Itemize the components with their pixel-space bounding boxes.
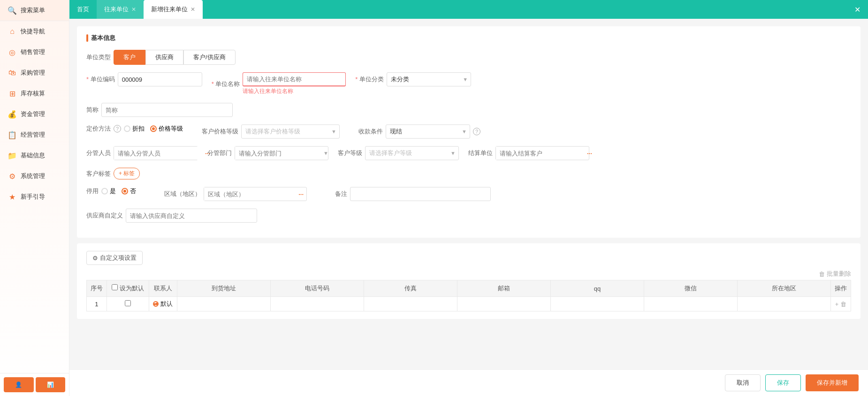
sales-icon: ◎ <box>8 47 17 57</box>
unit-name-input[interactable] <box>243 72 346 86</box>
payment-help-icon[interactable]: ? <box>473 128 480 135</box>
sidebar-item-finance[interactable]: 💰 资金管理 <box>0 104 69 124</box>
cell-input-0-3[interactable] <box>184 301 263 308</box>
sidebar-item-sales[interactable]: ◎ 销售管理 <box>0 42 69 62</box>
settlement-dots-btn[interactable]: ··· <box>584 150 595 157</box>
cancel-button[interactable]: 取消 <box>725 374 761 391</box>
cell-input-0-6[interactable] <box>464 301 543 308</box>
disable-radio-yes[interactable]: 是 <box>101 187 116 195</box>
disable-radio-no[interactable]: 否 <box>122 187 136 195</box>
discount-radio-circle <box>124 125 130 132</box>
tab-counterparty[interactable]: 往来单位✕ <box>97 0 144 19</box>
dept-input[interactable] <box>235 147 321 160</box>
short-name-input[interactable] <box>101 103 233 117</box>
pricing-method-field: 定价方法 ? 折扣 价格等级 <box>86 124 183 133</box>
pricing-help-icon[interactable]: ? <box>114 125 121 132</box>
purchase-icon: 🛍 <box>8 68 17 78</box>
sidebar-item-inventory[interactable]: ⊞ 库存核算 <box>0 83 69 104</box>
supplier-custom-row: 供应商自定义 <box>86 209 851 223</box>
gear-icon: ⚙ <box>92 255 98 262</box>
sidebar-label-operations: 经营管理 <box>21 131 45 139</box>
sidebar-label-purchase: 采购管理 <box>21 69 45 77</box>
close-all-button[interactable]: ✕ <box>847 5 868 14</box>
sidebar-item-system[interactable]: ⚙ 系统管理 <box>0 166 69 186</box>
unit-code-input[interactable] <box>118 72 202 86</box>
unit-category-select[interactable]: 未分类 ▼ <box>387 72 471 86</box>
sidebar-bottom: 👤 📊 <box>0 373 69 396</box>
dept-chevron: ▼ <box>323 150 331 156</box>
sidebar-search-item[interactable]: 🔍 搜索菜单 <box>0 0 69 21</box>
manager-input[interactable] <box>114 147 200 160</box>
sidebar-item-operations[interactable]: 📋 经营管理 <box>0 124 69 145</box>
cell-input-0-4[interactable] <box>278 301 356 308</box>
sidebar-bottom-btn-1[interactable]: 👤 <box>4 377 34 392</box>
unit-name-wrap: 请输入往来单位名称 <box>243 72 346 95</box>
type-btn-1[interactable]: 供应商 <box>145 50 183 65</box>
tab-home[interactable]: 首页 <box>69 0 97 19</box>
manager-label: 分管人员 <box>86 149 111 157</box>
sidebar-item-purchase[interactable]: 🛍 采购管理 <box>0 62 69 83</box>
region-input[interactable] <box>204 187 294 201</box>
system-icon: ⚙ <box>8 171 17 181</box>
unit-type-row: 单位类型 客户供应商客户/供应商 <box>86 50 851 65</box>
cell-input-0-5[interactable] <box>371 301 449 308</box>
tag-row: 客户标签 + 标签 <box>86 168 851 179</box>
tag-add-button[interactable]: + 标签 <box>114 168 140 179</box>
disable-label: 停用 <box>86 187 99 195</box>
section-title-text: 基本信息 <box>91 34 115 42</box>
settlement-input[interactable] <box>496 147 582 160</box>
batch-delete-button[interactable]: 🗑 批量删除 <box>819 270 851 278</box>
region-dots-btn[interactable]: ··· <box>296 191 306 198</box>
save-new-button[interactable]: 保存并新增 <box>806 374 859 391</box>
tab-close-new-counterparty[interactable]: ✕ <box>190 6 195 13</box>
remark-input[interactable] <box>350 187 491 201</box>
sidebar-item-basic[interactable]: 📁 基础信息 <box>0 145 69 166</box>
payment-terms-select[interactable]: 现结 ▼ <box>386 124 470 139</box>
table-cell-0-3 <box>177 297 271 311</box>
unit-category-field: 单位分类 未分类 ▼ <box>355 72 471 86</box>
unit-category-value: 未分类 <box>387 75 463 84</box>
unit-type-field: 单位类型 客户供应商客户/供应商 <box>86 50 236 65</box>
tag-field: 客户标签 + 标签 <box>86 168 140 179</box>
row-checkbox-0[interactable] <box>125 300 131 306</box>
sidebar-item-guide[interactable]: ★ 新手引导 <box>0 186 69 207</box>
remark-label: 备注 <box>335 190 347 198</box>
pricing-radio-level[interactable]: 价格等级 <box>150 124 183 133</box>
add-row-btn-0[interactable]: + <box>835 301 839 308</box>
type-btn-2[interactable]: 客户/供应商 <box>183 50 236 65</box>
table-cell-0-9 <box>738 297 831 311</box>
customer-price-field: 客户价格等级 请选择客户价格等级 ▼ <box>202 124 340 139</box>
settlement-input-wrap: ··· <box>495 146 589 160</box>
cell-input-0-8[interactable] <box>651 301 730 308</box>
tab-close-counterparty[interactable]: ✕ <box>131 6 136 13</box>
table-col-3: 到货地址 <box>177 280 271 297</box>
basic-icon: 📁 <box>8 151 17 160</box>
settlement-field: 结算单位 ··· <box>468 146 589 160</box>
pricing-radio-discount[interactable]: 折扣 <box>124 124 145 133</box>
code-name-category-row: 单位编码 单位名称 请输入往来单位名称 单位分类 未分类 ▼ <box>86 72 851 95</box>
table-col-6: 邮箱 <box>457 280 551 297</box>
sidebar-item-quick-nav[interactable]: ⌂ 快捷导航 <box>0 21 69 42</box>
cell-input-0-9[interactable] <box>745 301 823 308</box>
cell-input-0-7[interactable] <box>558 301 636 308</box>
tab-new-counterparty[interactable]: 新增往来单位✕ <box>144 0 203 19</box>
customer-price-select[interactable]: 请选择客户价格等级 ▼ <box>241 124 340 139</box>
supplier-custom-input[interactable] <box>126 209 257 223</box>
short-name-row: 简称 <box>86 103 851 117</box>
sidebar-bottom-btn-2[interactable]: 📊 <box>36 377 66 392</box>
save-button[interactable]: 保存 <box>765 374 801 391</box>
customer-level-label: 客户等级 <box>338 149 362 157</box>
dept-select[interactable]: ▼ <box>235 146 328 160</box>
manager-row: 分管人员 ··· 分管部门 ▼ 客户等级 请选择客户等 <box>86 146 851 160</box>
type-btn-0[interactable]: 客户 <box>114 50 145 65</box>
unit-type-label: 单位类型 <box>86 53 111 62</box>
del-row-btn-0[interactable]: 🗑 <box>840 301 846 308</box>
unit-name-label: 单位名称 <box>212 80 240 88</box>
table-cell-0-8 <box>644 297 738 311</box>
customer-level-select[interactable]: 请选择客户等级 ▼ <box>365 146 459 160</box>
table-select-all[interactable] <box>112 284 118 290</box>
custom-settings-button[interactable]: ⚙ 自定义项设置 <box>86 251 143 265</box>
table-col-4: 电话号码 <box>271 280 364 297</box>
disable-field: 停用 是 否 <box>86 187 136 195</box>
payment-terms-label: 收款条件 <box>358 127 383 136</box>
